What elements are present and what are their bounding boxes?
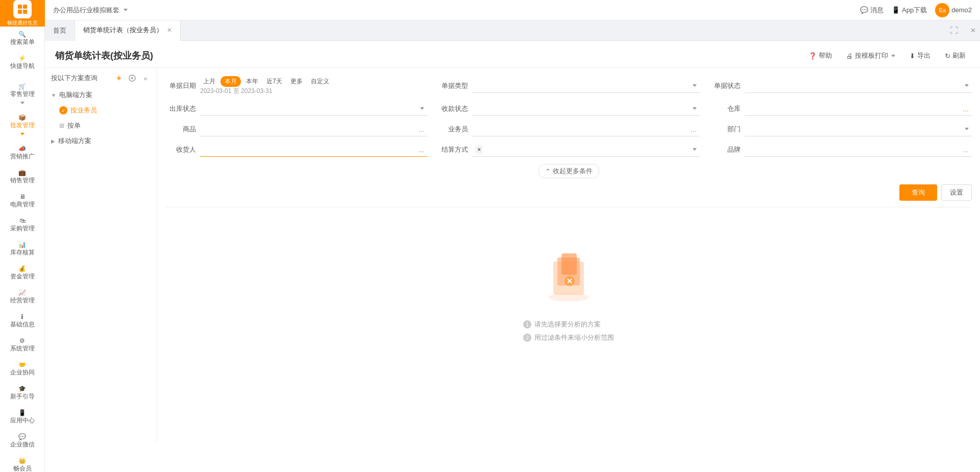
sidebar-item-system[interactable]: ⚙ 系统管理 — [0, 333, 44, 357]
query-button[interactable]: 查询 — [899, 184, 937, 201]
filter-row-department: 部门 — [710, 122, 972, 136]
sidebar-item-shortcuts[interactable]: ⚡ 快捷导航 — [0, 51, 44, 75]
refresh-label: 刷新 — [952, 51, 966, 60]
salesperson-input[interactable]: ... — [472, 122, 699, 136]
sidebar-item-marketing[interactable]: 📣 营销推广 — [0, 141, 44, 165]
sidebar-item-wechat[interactable]: 💬 企业微信 — [0, 429, 44, 453]
date-btn-7days[interactable]: 近7天 — [263, 76, 285, 87]
close-window-btn[interactable]: ✕ — [966, 27, 980, 34]
department-dropdown-icon — [965, 128, 969, 130]
sidebar-item-finance[interactable]: 💰 资金管理 — [0, 261, 44, 285]
sidebar-item-guide[interactable]: 🎓 新手引导 — [0, 381, 44, 405]
product-input[interactable]: ... — [200, 122, 427, 136]
print-icon: 🖨 — [846, 52, 853, 60]
filter-row-brand: 品牌 ... — [710, 143, 972, 157]
inventory-icon: 📊 — [2, 241, 42, 248]
sidebar-item-inventory[interactable]: 📊 库存核算 — [0, 237, 44, 261]
member-icon: 👑 — [2, 457, 42, 464]
order-status-select[interactable] — [745, 79, 972, 93]
receiver-input[interactable]: ... — [200, 143, 427, 157]
sidebar-item-retail[interactable]: 🛒 零售管理 — [0, 79, 44, 110]
left-panel-header: 按以下方案查询 + « — [45, 73, 157, 87]
date-label: 单据日期 — [165, 81, 196, 90]
tree-child-item-order[interactable]: ⊞ 按单 — [59, 118, 157, 133]
user-profile-btn[interactable]: Ea demo2 — [935, 3, 972, 17]
sidebar-item-operation[interactable]: 📈 经营管理 — [0, 285, 44, 309]
message-btn[interactable]: 💬 消息 — [860, 6, 884, 15]
svg-point-5 — [131, 77, 133, 79]
sidebar-item-purchase[interactable]: 🛍 采购管理 — [0, 213, 44, 237]
sidebar-item-basic[interactable]: ℹ 基础信息 — [0, 309, 44, 333]
tab-sales-report[interactable]: 销货单统计表（按业务员） ✕ — [75, 20, 181, 41]
sidebar-item-member[interactable]: 👑 畅会员 — [0, 453, 44, 472]
sidebar-operation-label: 经营管理 — [2, 296, 42, 305]
sidebar-logo: 畅捷通好生意 — [0, 0, 45, 27]
settlement-clear-btn[interactable]: × — [477, 146, 481, 153]
receipt-select[interactable] — [472, 102, 699, 116]
collapse-bar: ⌃ 收起更多条件 — [165, 161, 972, 184]
warehouse-dots-btn[interactable]: ... — [963, 105, 969, 113]
app-download-icon: 📱 — [892, 6, 900, 14]
message-icon: 💬 — [860, 6, 868, 14]
date-btn-lastmonth[interactable]: 上月 — [200, 76, 218, 87]
operation-icon: 📈 — [2, 289, 42, 296]
product-dots-btn[interactable]: ... — [419, 125, 425, 133]
setting-button[interactable]: 设置 — [941, 184, 972, 201]
date-options: 上月 本月 本年 近7天 更多 自定义 — [200, 76, 427, 87]
outbound-select[interactable] — [200, 102, 427, 116]
company-dropdown-icon[interactable] — [124, 9, 128, 11]
date-btn-thismonth[interactable]: 本月 — [220, 76, 241, 87]
sidebar-finance-label: 资金管理 — [2, 272, 42, 281]
tip-text-2: 用过滤条件来缩小分析范围 — [534, 331, 614, 344]
marketing-icon: 📣 — [2, 145, 42, 152]
retail-expand-icon — [20, 102, 24, 104]
tree-child-item-salesperson[interactable]: ✓ 按业务员 — [59, 103, 157, 118]
add-scheme-btn[interactable]: + — [114, 73, 124, 83]
tab-close-icon[interactable]: ✕ — [167, 27, 172, 34]
refresh-btn[interactable]: ↻ 刷新 — [941, 49, 970, 62]
print-btn[interactable]: 🖨 按模板打印 — [842, 49, 899, 62]
collab-icon: 🤝 — [2, 361, 42, 368]
tree-item-pc[interactable]: ▼ 电脑端方案 — [45, 87, 157, 103]
tab-expand-btn[interactable]: ⛶ — [944, 26, 964, 35]
system-icon: ⚙ — [2, 337, 42, 344]
collapse-more-btn[interactable]: ⌃ 收起更多条件 — [538, 164, 599, 178]
sidebar-item-sales[interactable]: 💼 销售管理 — [0, 165, 44, 189]
sidebar-ecommerce-label: 电商管理 — [2, 200, 42, 209]
app-download-btn[interactable]: 📱 App下载 — [892, 6, 927, 15]
sidebar-item-wholesale[interactable]: 📦 批发管理 — [0, 110, 44, 141]
date-btn-thisyear[interactable]: 本年 — [243, 76, 261, 87]
tab-home[interactable]: 首页 — [45, 20, 75, 41]
help-label: 帮助 — [819, 51, 832, 60]
edit-scheme-btn[interactable] — [127, 73, 137, 83]
brand-dots-btn[interactable]: ... — [963, 146, 969, 154]
sidebar-item-ecommerce[interactable]: 🖥 电商管理 — [0, 189, 44, 213]
sidebar-search-label: 搜索菜单 — [2, 38, 42, 46]
sidebar-item-collab[interactable]: 🤝 企业协同 — [0, 357, 44, 381]
sidebar-item-apps[interactable]: 📱 应用中心 — [0, 405, 44, 429]
collapse-label: 收起更多条件 — [553, 167, 593, 176]
warehouse-label: 仓库 — [710, 104, 741, 113]
salesperson-dots-btn[interactable]: ... — [691, 125, 697, 133]
department-select[interactable] — [745, 122, 972, 136]
export-btn[interactable]: ⬇ 导出 — [905, 49, 935, 62]
date-btn-more[interactable]: 更多 — [287, 76, 306, 87]
sidebar-wechat-label: 企业微信 — [2, 440, 42, 449]
sidebar-wholesale-label: 批发管理 — [2, 121, 42, 130]
date-btn-custom[interactable]: 自定义 — [308, 76, 332, 87]
order-type-select[interactable] — [472, 79, 699, 93]
filter-row-order-type: 单据类型 — [437, 76, 699, 96]
tree-item-mobile[interactable]: ▶ 移动端方案 — [45, 133, 157, 149]
help-btn[interactable]: ❓ 帮助 — [804, 49, 836, 62]
collapse-panel-btn[interactable]: « — [140, 73, 151, 83]
logo-text: 畅捷通好生意 — [7, 19, 38, 27]
receiver-text-input[interactable] — [203, 146, 416, 153]
sidebar-item-search[interactable]: 🔍 搜索菜单 — [0, 27, 44, 51]
wholesale-expand-icon — [20, 133, 24, 135]
settlement-select[interactable]: × — [472, 143, 699, 157]
receiver-dots-btn[interactable]: ... — [419, 146, 425, 154]
search-icon: 🔍 — [2, 31, 42, 38]
warehouse-input[interactable]: ... — [745, 102, 972, 116]
svg-rect-3 — [23, 10, 27, 14]
brand-input[interactable]: ... — [745, 143, 972, 157]
